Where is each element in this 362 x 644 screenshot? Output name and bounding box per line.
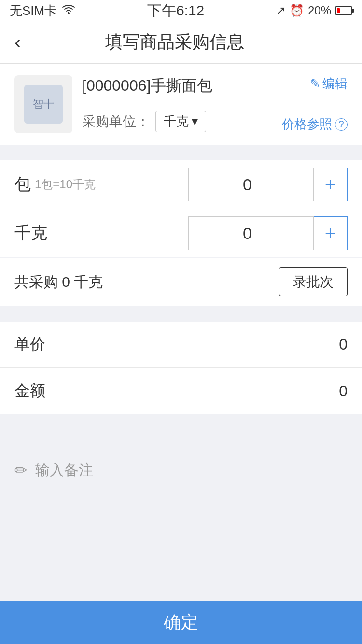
product-logo: 智十 <box>24 85 63 124</box>
pencil-icon: ✏ <box>14 461 28 479</box>
form-row-kg: 千克 + <box>0 209 362 257</box>
amount-row: 金额 0 <box>0 368 362 414</box>
confirm-button[interactable]: 确定 <box>0 601 362 644</box>
dropdown-icon: ▾ <box>192 114 198 129</box>
unit-select[interactable]: 千克 ▾ <box>155 111 206 132</box>
bao-input-wrap: + <box>188 168 348 201</box>
unit-price-row: 单价 0 <box>0 322 362 368</box>
kg-label: 千克 <box>14 222 47 244</box>
kg-input-wrap: + <box>188 216 348 250</box>
nav-bar: ‹ 填写商品采购信息 <box>0 21 362 64</box>
edit-button[interactable]: ✎ 编辑 <box>310 75 348 92</box>
note-placeholder: 输入备注 <box>35 461 93 480</box>
price-ref-label: 价格参照 <box>282 116 332 133</box>
help-icon: ? <box>335 118 348 131</box>
note-section[interactable]: ✏ 输入备注 <box>0 422 362 518</box>
battery-percent: 20% <box>308 4 331 17</box>
product-card: 智十 [0000006]手撕面包 ✎ 编辑 采购单位： 千克 ▾ 价格参照 ? <box>0 64 362 145</box>
status-left: 无SIM卡 <box>10 2 75 19</box>
bao-label: 包 <box>14 173 31 196</box>
back-button[interactable]: ‹ <box>14 31 21 53</box>
form-row-bao: 包 1包=10千克 + <box>0 160 362 209</box>
bao-input[interactable] <box>188 168 314 201</box>
amount-value: 0 <box>339 382 348 400</box>
product-image: 智十 <box>14 75 72 133</box>
alarm-icon: ⏰ <box>290 4 304 17</box>
edit-label: 编辑 <box>322 75 348 92</box>
amount-label: 金额 <box>14 380 45 402</box>
battery-icon <box>335 6 352 15</box>
bao-plus-button[interactable]: + <box>314 168 348 201</box>
record-batch-button[interactable]: 录批次 <box>279 267 348 296</box>
form-section-kg: 千克 + <box>0 209 362 257</box>
carrier-text: 无SIM卡 <box>10 2 57 19</box>
unit-price-value: 0 <box>339 336 348 353</box>
summary-row: 共采购 0 千克 录批次 <box>0 258 362 306</box>
separator-2 <box>0 306 362 314</box>
wifi-icon <box>62 3 75 18</box>
unit-value: 千克 <box>164 113 189 130</box>
unit-label: 采购单位： <box>82 112 150 131</box>
kg-input[interactable] <box>188 216 314 250</box>
page-title: 填写商品采购信息 <box>30 30 319 54</box>
status-time: 下午6:12 <box>147 1 204 21</box>
kg-plus-button[interactable]: + <box>314 216 348 250</box>
footer-spacer <box>0 518 362 562</box>
summary-text: 共采购 0 千克 <box>14 272 103 292</box>
product-info: [0000006]手撕面包 ✎ 编辑 采购单位： 千克 ▾ 价格参照 ? <box>82 75 348 133</box>
svg-point-0 <box>68 13 70 14</box>
edit-icon: ✎ <box>310 76 320 91</box>
product-unit: 采购单位： 千克 ▾ <box>82 111 206 132</box>
price-section: 单价 0 金额 0 <box>0 322 362 414</box>
product-name: [0000006]手撕面包 <box>82 75 212 97</box>
bao-sub: 1包=10千克 <box>35 177 96 192</box>
form-section-bao: 包 1包=10千克 + <box>0 160 362 209</box>
unit-price-label: 单价 <box>14 334 45 355</box>
price-ref-button[interactable]: 价格参照 ? <box>282 116 348 133</box>
status-bar: 无SIM卡 下午6:12 ↗ ⏰ 20% <box>0 0 362 21</box>
status-right: ↗ ⏰ 20% <box>276 4 352 17</box>
separator-1 <box>0 153 362 160</box>
location-icon: ↗ <box>276 4 286 17</box>
